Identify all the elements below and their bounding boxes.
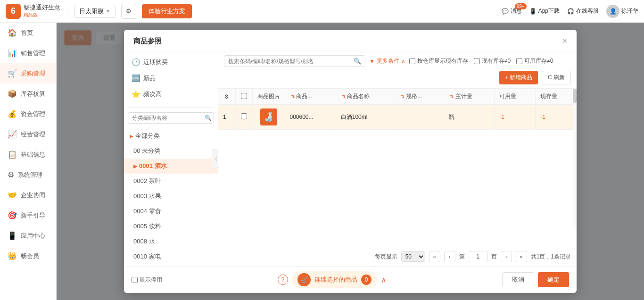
modal-footer: 显示停用 ? 🛒 连续选择的商品 0 ∧ 取消 确定 [124,266,577,293]
th-name[interactable]: ⇅ 商品名称 [336,89,395,105]
alcohol-arrow-icon: ▶ [133,164,137,169]
selected-count-badge: 0 [361,275,372,285]
recent-icon: 🕐 [132,58,140,67]
th-code[interactable]: ⇅ 商品... [285,89,336,105]
available-checkbox[interactable]: 现有库存≠0 [474,57,511,65]
row-stock: -1 [536,105,577,130]
cancel-button[interactable]: 取消 [502,272,534,287]
select-all-checkbox[interactable] [241,93,247,99]
show-disabled-checkbox[interactable] [132,277,138,283]
right-panel: 🔍 ▼ 更多条件 ∧ 按仓库显示现有库存 [218,51,577,266]
collapse-panel-button[interactable]: 《 [212,150,218,168]
next-page-button[interactable]: › [501,251,512,262]
category-item-all[interactable]: ▶ 全部分类 [124,128,218,143]
user-menu[interactable]: 👤 徐泽华 [606,5,638,18]
category-item-alcohol[interactable]: ▶ 0001 酒水 [124,158,218,174]
product-reference-modal: 商品参照 × 🕐 近期购买 🆕 [124,30,577,293]
category-item-uncategorized[interactable]: 00 未分类 [124,143,218,158]
usable-checkbox[interactable]: 可用库存≠0 [516,57,553,65]
messages-button[interactable]: 💬 消息 99+ [502,7,522,15]
refresh-button[interactable]: C 刷新 [542,71,571,84]
product-search-input[interactable] [228,58,352,65]
first-page-button[interactable]: « [429,251,440,262]
page-size-select[interactable]: 50 100 200 [401,251,425,262]
sidebar-item-home[interactable]: 🏠 首页 [0,23,56,43]
row-index: 1 [218,105,235,130]
new-icon: 🆕 [132,74,140,83]
quick-item-recent[interactable]: 🕐 近期购买 [128,55,214,69]
collapse-cart-button[interactable]: ∧ [381,275,387,284]
sidebar-item-operations[interactable]: 📈 经营管理 [0,124,56,144]
cart-icon: 🛒 [297,273,311,286]
toolbar-right: + 新增商品 C 刷新 [499,71,571,84]
row-checkbox[interactable] [235,105,252,130]
vertical-scrollbar[interactable] [573,89,577,228]
sidebar-item-basics[interactable]: 📋 基础信息 [0,144,56,165]
arrow-icon: ▼ [106,8,110,14]
quick-item-new[interactable]: 🆕 新品 [128,71,214,85]
sidebar-item-vip[interactable]: 👑 畅会员 [0,246,56,266]
home-icon: 🏠 [8,28,17,37]
top-nav: 6 畅捷通好生意 精品版 日太阳膜 ▼ ⚙ 体验行业方案 💬 消息 99+ 📱 … [0,0,644,23]
sidebar-item-inventory[interactable]: 📦 库存核算 [0,83,56,104]
category-item-appliance[interactable]: 0010 家电 [124,249,218,264]
quick-item-frequent[interactable]: ⭐ 频次高 [128,87,214,101]
search-icon: 🔍 [205,115,212,121]
th-unit[interactable]: ⇅ 主计量 [444,89,495,105]
row-spec [395,105,444,130]
warehouse-checkbox[interactable]: 按仓库显示现有库存 [409,57,468,65]
category-item-water[interactable]: 0008 水 [124,234,218,249]
prev-page-button[interactable]: ‹ [444,251,455,262]
sidebar-item-finance[interactable]: 💰 资金管理 [0,104,56,124]
footer-left: 显示停用 [132,276,162,284]
phone-icon: 📱 [529,8,537,15]
nav-divider [68,5,68,18]
row-unit: 瓶 [444,105,495,130]
show-disabled-label[interactable]: 显示停用 [132,276,162,284]
help-button[interactable]: ? [278,275,288,285]
current-page-input[interactable] [469,251,487,262]
star-icon: ⭐ [132,90,140,99]
th-settings: ⚙ [218,89,235,105]
filter-button[interactable]: ▼ 更多条件 ∧ [369,57,405,65]
filter-checkboxes: 按仓库显示现有库存 现有库存≠0 可用库存≠0 [409,57,553,65]
sidebar-item-collab[interactable]: 🤝 企业协同 [0,185,56,205]
category-item-beverage[interactable]: 0005 饮料 [124,219,218,234]
scrollbar-thumb [573,89,577,103]
sidebar-item-apps[interactable]: 📱 应用中心 [0,225,56,246]
last-page-button[interactable]: » [516,251,527,262]
settings-button[interactable]: ⚙ [121,4,136,19]
collab-icon: 🤝 [8,191,17,200]
app-download-button[interactable]: 📱 App下载 [529,7,560,15]
category-search-input[interactable] [132,115,203,121]
row-image: 🍶 [252,105,285,130]
th-available: 可用量 [495,89,536,105]
filter-collapse-icon: ∧ [401,58,405,65]
apps-icon: 📱 [8,231,17,240]
sales-icon: 📊 [8,49,17,58]
store-selector[interactable]: 日太阳膜 ▼ [74,5,116,18]
system-icon: ⚙ [8,170,14,179]
category-item-snack[interactable]: 0004 零食 [124,204,218,219]
avatar: 👤 [606,5,619,18]
headset-icon: 🎧 [567,8,574,15]
online-service-button[interactable]: 🎧 在线客服 [567,7,599,15]
category-search[interactable]: 🔍 [128,112,214,124]
sidebar-item-purchase[interactable]: 🛒 采购管理 [0,63,56,83]
category-item-fruit[interactable]: 0003 水果 [124,189,218,204]
modal-close-button[interactable]: × [562,36,567,46]
product-search-box[interactable]: 🔍 [224,55,365,67]
modal-toolbar: 🔍 ▼ 更多条件 ∧ 按仓库显示现有库存 [218,51,577,89]
sidebar-item-guide[interactable]: 🎯 新手引导 [0,205,56,225]
basics-icon: 📋 [8,150,17,159]
trial-button[interactable]: 体验行业方案 [142,4,192,18]
sidebar-item-sales[interactable]: 📊 销售管理 [0,43,56,63]
table-row[interactable]: 1 🍶 000600... [218,105,577,130]
sidebar-item-system[interactable]: ⚙ 系统管理 [0,165,56,185]
th-spec[interactable]: ⇅ 规格... [395,89,444,105]
add-product-button[interactable]: + 新增商品 [499,71,538,84]
product-table: ⚙ 商品图片 ⇅ 商品... [218,89,577,130]
logo-text: 畅捷通好生意 [24,4,60,12]
confirm-button[interactable]: 确定 [538,272,569,287]
category-item-tea[interactable]: 0002 茶叶 [124,174,218,189]
